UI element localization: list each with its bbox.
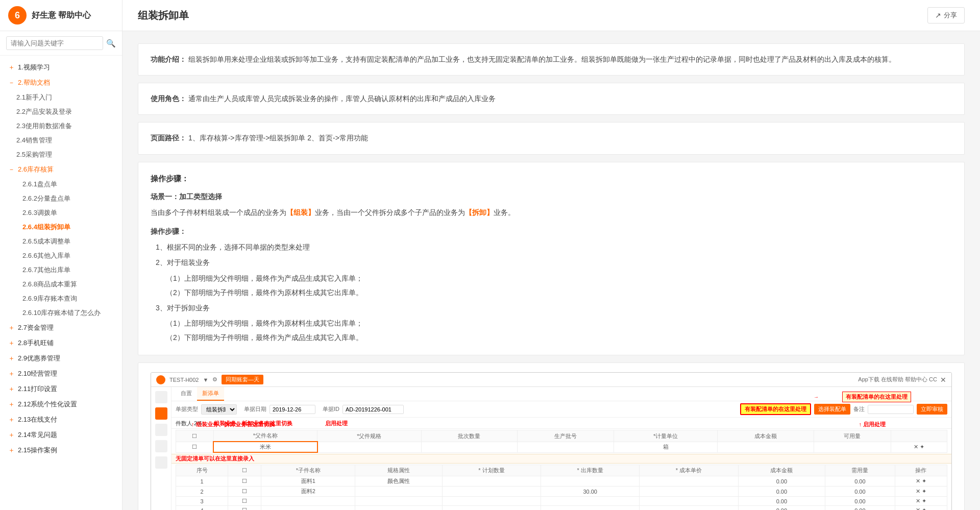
mock-type-select[interactable]: 组装拆卸 (201, 404, 237, 415)
sidebar-item-2-6-5[interactable]: 2.6.5成本调整单 (0, 234, 122, 249)
expand-icon-2-13: ＋ (8, 415, 15, 424)
ops-steps-label: 操作步骤： (151, 225, 952, 238)
expand-icon-2-11: ＋ (8, 384, 15, 394)
sidebar-item-2-7[interactable]: ＋ 2.7资金管理 (0, 320, 122, 335)
sidebar-item-2-6-1[interactable]: 2.6.1盘点单 (0, 177, 122, 191)
app-title: 好生意 帮助中心 (32, 10, 91, 21)
sidebar-item-2-6-7[interactable]: 2.6.7其他出库单 (0, 263, 122, 277)
lcol-cost-price: * 成本单价 (640, 465, 738, 476)
upper-row-spec (317, 442, 421, 452)
role-label: 使用角色： (151, 94, 186, 103)
expand-icon-1: ＋ (8, 63, 15, 72)
mock-remark-input[interactable] (868, 405, 914, 414)
mock-leftnav (151, 387, 172, 510)
sidebar-item-2-12[interactable]: ＋ 2.12系统个性化设置 (0, 397, 122, 412)
mock-date-input[interactable] (270, 405, 315, 414)
sidebar-item-2-2[interactable]: 2.2产品安装及登录 (0, 105, 122, 119)
sidebar-item-2-11-label: 2.11打印设置 (18, 384, 57, 394)
sidebar-item-2-4[interactable]: 2.4销售管理 (0, 133, 122, 148)
sidebar-item-2-11[interactable]: ＋ 2.11打印设置 (0, 381, 122, 397)
sidebar-item-2-6-8[interactable]: 2.6.8商品成本重算 (0, 277, 122, 292)
sidebar-item-2-6[interactable]: － 2.6库存核算 (0, 162, 122, 177)
ann-enable-process: 启用处理 (325, 420, 348, 426)
step-3-1: （1）上部明细为父件明细，最终作为原材料生成其它出库单； (151, 317, 952, 330)
sidebar-item-1[interactable]: ＋ 1.视频学习 (0, 60, 122, 75)
mock-select-config-btn[interactable]: 选择装配单 (814, 404, 850, 415)
sidebar-item-2-6-2[interactable]: 2.6.2分量盘点单 (0, 191, 122, 206)
col-cost-amt: 成本金额 (718, 430, 814, 442)
mock-tab-1[interactable]: 自置 (176, 387, 197, 401)
mock-id: TEST-H002 (169, 377, 199, 383)
ann-box-config: 有装配清单的在这里处理 (842, 392, 911, 402)
sidebar-item-2-1[interactable]: 2.1新手入门 (0, 90, 122, 105)
sidebar-item-2-6-6[interactable]: 2.6.6其他入库单 (0, 249, 122, 263)
lcol-check: ☐ (228, 465, 261, 476)
sidebar-item-2-10-label: 2.10经营管理 (18, 369, 57, 378)
expand-icon-2-15: ＋ (8, 446, 15, 455)
mock-screenshot: TEST-H002 ▼ ⚙ 同期账套—天 App下载 在线帮助 帮助中心 CC … (151, 372, 952, 510)
mock-date-label: 单据日期 (244, 405, 266, 413)
content-area: 功能介绍： 组装拆卸单用来处理企业组装或拆卸等加工业务，支持有固定装配清单的产品… (122, 31, 980, 510)
sidebar-item-2-6-10[interactable]: 2.6.10库存账本错了怎么办 (0, 306, 122, 320)
role-card: 使用角色： 通常由生产人员或库管人员完成拆装业务的操作，库管人员确认原材料的出库… (138, 83, 965, 115)
sidebar-item-2-6-label: 2.6库存核算 (18, 165, 54, 174)
upper-table-row: ☐ 米米 箱 ✕ ✦ (176, 442, 947, 452)
mock-topbar-icons: App下载 在线帮助 帮助中心 CC (858, 376, 937, 383)
col-batch-no: 生产批号 (518, 430, 614, 442)
mock-nav-2 (155, 407, 167, 420)
sidebar-item-2-3[interactable]: 2.3使用前数据准备 (0, 119, 122, 133)
collapse-icon-2-6: － (8, 165, 15, 174)
sidebar-item-2-8[interactable]: ＋ 2.8手机旺铺 (0, 335, 122, 351)
mock-topbar: TEST-H002 ▼ ⚙ 同期账套—天 App下载 在线帮助 帮助中心 CC … (151, 373, 951, 387)
upper-row-unit: 箱 (614, 442, 717, 452)
mock-inner: 自置 新添单 单据类型 组装拆卸 单据日期 (151, 387, 951, 510)
sidebar-item-2-7-label: 2.7资金管理 (18, 323, 54, 332)
expand-icon-2-9: ＋ (8, 354, 15, 363)
sidebar-item-2-6-3[interactable]: 2.6.3调拨单 (0, 206, 122, 220)
expand-icon-2-8: ＋ (8, 338, 15, 348)
sidebar-item-2-6-4[interactable]: 2.6.4组装拆卸单 (0, 220, 122, 234)
share-label: 分享 (944, 11, 957, 20)
mock-logo (156, 375, 165, 384)
search-box: 🔍 (0, 31, 122, 56)
sidebar-item-2-13[interactable]: ＋ 2.13在线支付 (0, 412, 122, 427)
screenshot-card: TEST-H002 ▼ ⚙ 同期账套—天 App下载 在线帮助 帮助中心 CC … (138, 362, 965, 510)
sidebar-item-1-label: 1.视频学习 (18, 63, 50, 72)
mock-form-row-1: 单据类型 组装拆卸 单据日期 单据ID 有装配清单的在这里处理 选 (172, 401, 951, 418)
mock-warehouse-btn[interactable]: 有装配清单的在这里处理 (740, 403, 811, 415)
mock-ann-row: 件数人 2/6 组装业务、拆卸业务在这里切换 启用处理 (172, 418, 951, 429)
mock-sync-btn[interactable]: 同期账套—天 (222, 375, 263, 384)
search-button[interactable]: 🔍 (106, 39, 116, 48)
expand-icon-2-14: ＋ (8, 430, 15, 440)
mock-tab-2[interactable]: 新添单 (197, 387, 224, 401)
ann-no-fixed-list: 无固定清单可以在这里直接录入 (176, 455, 254, 462)
mock-upper-table-container: ☐ *父件名称 *父件规格 批次数量 生产批号 *计量单位 成本金额 可用量 (172, 429, 951, 454)
mock-remark-label: 备注 (853, 405, 865, 413)
sidebar-item-2-10[interactable]: ＋ 2.10经营管理 (0, 366, 122, 381)
sidebar-item-2-5[interactable]: 2.5采购管理 (0, 148, 122, 162)
upper-row-avail (814, 442, 891, 452)
lower-table-row: 4☐0.000.00✕ ✦ (176, 506, 947, 510)
role-text: 通常由生产人员或库管人员完成拆装业务的操作，库管人员确认原材料的出库和产成品的入… (188, 94, 496, 103)
sidebar-item-2[interactable]: － 2.帮助文档 (0, 75, 122, 90)
col-parent-name: *父件名称 (213, 430, 317, 442)
sidebar-item-2-9[interactable]: ＋ 2.9优惠券管理 (0, 351, 122, 366)
mock-nav-4 (155, 440, 167, 452)
mock-id-label: 单据ID (323, 405, 339, 413)
col-parent-spec: *父件规格 (317, 430, 421, 442)
col-check: ☐ (176, 430, 214, 442)
share-button[interactable]: ↗ 分享 (927, 7, 965, 23)
sidebar-item-2-15-label: 2.15操作案例 (18, 446, 57, 455)
search-input[interactable] (6, 36, 103, 50)
sidebar-item-2-14[interactable]: ＋ 2.14常见问题 (0, 427, 122, 443)
mock-approve-btn[interactable]: 立即审核 (917, 404, 947, 415)
sidebar-item-2-15[interactable]: ＋ 2.15操作案例 (0, 443, 122, 458)
mock-id-input[interactable] (342, 405, 404, 414)
lcol-need-qty: 需用量 (825, 465, 895, 476)
path-card: 页面路径： 1、库存核算->库存管理->组装拆卸单 2、首页->常用功能 (138, 122, 965, 154)
page-header: 组装拆卸单 ↗ 分享 (122, 0, 980, 31)
mock-type-label: 单据类型 (176, 405, 198, 413)
lcol-no: 序号 (176, 465, 228, 476)
sidebar-item-2-6-9[interactable]: 2.6.9库存账本查询 (0, 292, 122, 306)
logo-icon: 6 (8, 6, 27, 25)
